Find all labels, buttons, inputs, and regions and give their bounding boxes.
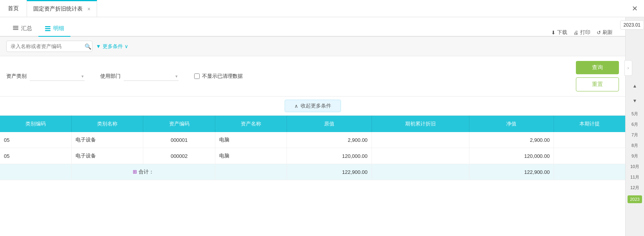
asset-type-filter: 资产类别 — [6, 72, 85, 81]
scroll-down-button[interactable]: ▼ — [628, 94, 642, 108]
cell-asset-name: 电脑 — [215, 148, 287, 164]
table-row: 05 电子设备 000002 电脑 120,000.00 120,000.00 — [0, 148, 625, 164]
hide-cleared-checkbox-item: 不显示已清理数据 — [194, 73, 243, 80]
cell-current-depreciation — [554, 132, 625, 148]
collapse-label: 收起更多条件 — [301, 102, 331, 109]
summary-original-value: 122,900.00 — [287, 164, 372, 180]
query-button[interactable]: 查询 — [576, 61, 619, 74]
data-table: 类别编码 类别名称 资产编码 资产名称 原值 期初累计折旧 净值 本期计提 05… — [0, 116, 625, 180]
svg-rect-4 — [45, 28, 51, 29]
use-dept-select-wrapper — [124, 72, 179, 81]
use-dept-select[interactable] — [124, 72, 179, 81]
filter-icon: ▼ — [96, 43, 101, 49]
nav-tab-active[interactable]: 固定资产折旧统计表 × — [27, 0, 97, 17]
tab-close-button[interactable]: × — [87, 6, 90, 12]
use-dept-label: 使用部门 — [100, 73, 121, 80]
cell-accumulated-depreciation — [372, 148, 469, 164]
collapse-button[interactable]: ∧ 收起更多条件 — [285, 100, 341, 112]
tab-detail[interactable]: 明细 — [38, 21, 70, 37]
hide-cleared-label: 不显示已清理数据 — [202, 73, 243, 80]
svg-rect-5 — [45, 30, 51, 31]
sidebar-month-item[interactable]: 6月 — [630, 119, 640, 130]
search-input[interactable] — [6, 41, 92, 52]
cell-asset-name: 电脑 — [215, 132, 287, 148]
year-badge[interactable]: 2023 — [628, 195, 642, 203]
refresh-icon: ↺ — [597, 30, 601, 36]
chevron-down-icon: ∨ — [124, 43, 128, 49]
cell-asset-code: 000002 — [143, 148, 215, 164]
cell-category-code: 05 — [0, 132, 71, 148]
download-icon: ⬇ — [551, 30, 556, 36]
col-asset-name: 资产名称 — [215, 116, 287, 132]
svg-rect-3 — [45, 26, 51, 27]
table-header-row: 类别编码 类别名称 资产编码 资产名称 原值 期初累计折旧 净值 本期计提 — [0, 116, 625, 132]
summary-net-value: 122,900.00 — [469, 164, 554, 180]
collapse-bar: ∧ 收起更多条件 — [0, 97, 625, 116]
svg-rect-0 — [13, 27, 18, 29]
table-row: 05 电子设备 000001 电脑 2,900.00 2,900.00 — [0, 132, 625, 148]
layers-icon — [13, 25, 19, 32]
sidebar-month-item[interactable]: 9月 — [630, 151, 640, 161]
print-label: 打印 — [580, 29, 590, 36]
print-icon: 🖨 — [574, 30, 579, 36]
hide-cleared-checkbox[interactable] — [194, 73, 200, 79]
sidebar-month-item[interactable]: 5月 — [630, 109, 640, 119]
summary-asset-name — [215, 164, 287, 180]
sidebar-month-item[interactable]: 11月 — [630, 172, 640, 182]
sidebar-month-item[interactable]: 7月 — [630, 130, 640, 140]
more-conditions-label: 更多条件 — [103, 43, 123, 50]
nav-home[interactable]: 首页 — [0, 0, 27, 17]
sidebar-month-item[interactable]: 8月 — [630, 140, 640, 151]
search-icon[interactable]: 🔍 — [85, 43, 91, 50]
col-accumulated-depreciation: 期初累计折旧 — [372, 116, 469, 132]
sidebar-month-item[interactable]: 12月 — [630, 182, 640, 193]
tab-summary-label: 汇总 — [21, 25, 32, 32]
left-panel: 汇总 明细 ⬇ 下载 🖨 — [0, 17, 625, 236]
table-container: 类别编码 类别名称 资产编码 资产名称 原值 期初累计折旧 净值 本期计提 05… — [0, 116, 625, 236]
cell-net-value: 120,000.00 — [469, 148, 554, 164]
col-asset-code: 资产编码 — [143, 116, 215, 132]
asset-type-select-wrapper — [30, 72, 85, 81]
sub-tabs: 汇总 明细 ⬇ 下载 🖨 — [0, 17, 625, 37]
cell-category-code: 05 — [0, 148, 71, 164]
sidebar-expand-button[interactable]: › — [624, 60, 632, 76]
summary-accumulated — [372, 164, 469, 180]
col-net-value: 净值 — [469, 116, 554, 132]
search-bar: 🔍 ▼ 更多条件 ∨ — [0, 37, 625, 56]
filter-row: 资产类别 使用部门 不显示已清理数据 — [0, 56, 625, 97]
cell-accumulated-depreciation — [372, 132, 469, 148]
download-button[interactable]: ⬇ 下载 — [551, 29, 567, 36]
window-close-button[interactable]: ✕ — [632, 4, 638, 13]
right-sidebar: 2023.01 › ▲ ▼ 5月6月7月8月9月10月11月12月 2023 — [625, 17, 644, 236]
col-current-depreciation: 本期计提 — [554, 116, 625, 132]
date-display: 2023.01 — [620, 20, 644, 30]
tab-title: 固定资产折旧统计表 — [33, 5, 83, 13]
more-conditions-button[interactable]: ▼ 更多条件 ∨ — [96, 43, 128, 50]
summary-spacer — [0, 164, 71, 180]
summary-label: ⊞合计： — [71, 164, 215, 180]
sidebar-scroll: ▲ ▼ 5月6月7月8月9月10月11月12月 2023 — [626, 76, 644, 203]
cell-original-value: 2,900.00 — [287, 132, 372, 148]
download-label: 下载 — [557, 29, 567, 36]
cell-current-depreciation — [554, 148, 625, 164]
reset-button[interactable]: 重置 — [576, 77, 619, 91]
filter-actions: 查询 重置 — [576, 61, 619, 91]
cell-category-name: 电子设备 — [71, 132, 143, 148]
asset-type-label: 资产类别 — [6, 73, 27, 80]
cell-net-value: 2,900.00 — [469, 132, 554, 148]
sidebar-month-item[interactable]: 10月 — [630, 161, 640, 172]
refresh-button[interactable]: ↺ 刷新 — [597, 29, 613, 36]
top-nav: 首页 固定资产折旧统计表 × ✕ — [0, 0, 644, 17]
summary-icon: ⊞ — [133, 169, 137, 175]
summary-row: ⊞合计： 122,900.00 122,900.00 — [0, 164, 625, 180]
svg-rect-1 — [13, 29, 18, 30]
cell-asset-code: 000001 — [143, 132, 215, 148]
scroll-up-button[interactable]: ▲ — [628, 79, 642, 93]
use-dept-filter: 使用部门 — [100, 72, 179, 81]
tab-summary[interactable]: 汇总 — [6, 21, 38, 37]
cell-original-value: 120,000.00 — [287, 148, 372, 164]
asset-type-select[interactable] — [30, 72, 85, 81]
svg-rect-2 — [13, 26, 18, 27]
print-button[interactable]: 🖨 打印 — [574, 29, 590, 36]
main-content: 汇总 明细 ⬇ 下载 🖨 — [0, 17, 644, 236]
